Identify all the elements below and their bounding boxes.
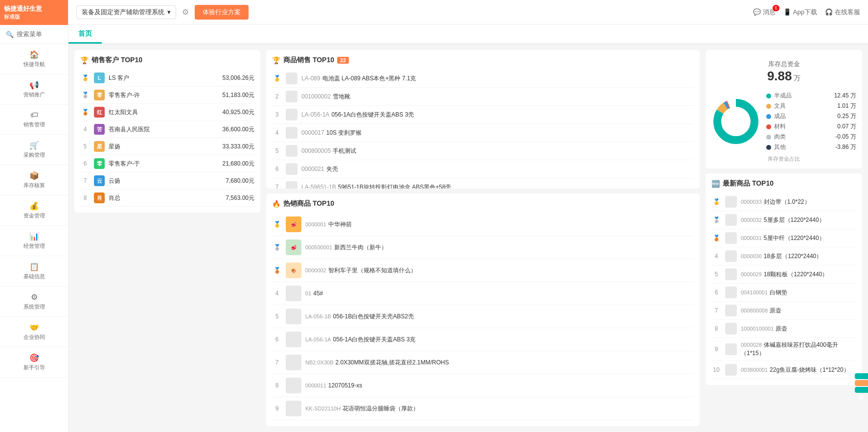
list-item: 7 000800008原壶 [711,302,856,320]
legend-label: 半成品 [774,92,831,100]
products-sold-title: 🏆 商品销售 TOP10 22 [272,56,694,65]
rank-num: 5 [80,143,90,150]
system-icon: ⚙ [31,292,38,302]
new-icon: 🆕 [711,180,720,188]
search-menu[interactable]: 🔍 搜索菜单 [0,25,68,44]
rank-medal: 🥈 [711,216,721,223]
inventory-chart-area: 半成品 12.45 万 文具 1.01 万 成品 0.25 万 [711,88,856,155]
list-item: 8 10000100001原壶 [711,320,856,338]
ops-icon: 📊 [29,232,39,241]
product-name: KK-SD22110H花语萌恒温分腿睡袋（厚款） [305,405,694,413]
customer-amount: 33,333.00元 [223,143,254,151]
inventory-title: 库存总资金 [768,60,800,68]
sidebar-item-basic[interactable]: 📋 基础信息 [0,256,68,287]
sidebar-item-marketing[interactable]: 📢 营销推广 [0,74,68,105]
rank-num: 10 [711,366,721,373]
customer-name: 云扬 [109,177,222,185]
customer-service-float: 客服热线 服务社区 直播 [855,373,868,393]
product-name: 0000002智利车子里（规格不知道填什么） [305,266,694,275]
product-name: 000001112070519-xs [305,382,694,389]
left-panel: 🏆 销售客户 TOP10 🥇 L LS 客户 53,006.26元 🥈 零 零售… [74,50,260,426]
sidebar-item-corp[interactable]: 🤝 企业协同 [0,317,68,347]
page-tabs: 首页 [69,24,868,44]
topbar: 装备及固定资产辅助管理系统 ▾ ⚙ 体验行业方案 💬 消息 6 📱 App下载 … [69,0,868,24]
system-selector[interactable]: 装备及固定资产辅助管理系统 ▾ [76,5,176,19]
legend-value: 1.01 万 [837,102,856,110]
sidebar-nav: 🏠 快捷导航 📢 营销推广 🏷 销售管理 🛒 采购管理 📦 库存核算 💰 资金管… [0,44,68,432]
cs-hotline-button[interactable]: 客服热线 [855,373,868,379]
nav-label-ops: 经营管理 [23,242,45,250]
avatar: 星 [94,141,105,152]
product-img: 🥩 [286,240,301,255]
cs-direct-button[interactable]: 直播 [855,387,868,393]
chevron-down-icon: ▾ [167,8,171,16]
topbar-right: 💬 消息 6 📱 App下载 🎧 在线客服 [753,8,860,17]
rank-num: 8 [80,194,90,201]
sidebar-item-operations[interactable]: 📊 经营管理 [0,226,68,256]
product-name: 0000021夹壳 [301,165,694,173]
customer-amount: 51,183.00元 [223,91,254,99]
legend-label: 肉类 [774,133,832,141]
online-service-button[interactable]: 🎧 在线客服 [825,8,860,17]
customer-amount: 40,925.00元 [223,108,254,117]
mobile-icon: 📱 [783,8,791,16]
inventory-unit: 万 [794,74,800,82]
product-name: 000001710S 变刹罗猴 [301,129,694,137]
product-info: 0000028体碱嘉枝味苏打饮品400毫升（1*15） [741,341,856,358]
customer-amount: 21,680.00元 [223,160,254,168]
nav-label-basic: 基础信息 [23,273,45,280]
list-item: 4 000001710S 变刹罗猴 [272,124,694,142]
legend-color [766,145,771,150]
sidebar-item-sales[interactable]: 🏷 销售管理 [0,105,68,135]
settings-icon[interactable]: ⚙ [182,7,189,17]
rank-medal: 🥇 [272,221,282,228]
nav-label-marketing: 营销推广 [23,91,45,98]
cs-community-button[interactable]: 服务社区 [855,380,868,386]
sidebar-item-guide[interactable]: 🎯 新手引导 [0,347,68,378]
sidebar-item-finance[interactable]: 💰 资金管理 [0,195,68,226]
customer-rank-list: 🥇 L LS 客户 53,006.26元 🥈 零 零售客户-许 51,183.0… [80,70,254,207]
sidebar-item-quick-nav[interactable]: 🏠 快捷导航 [0,44,68,74]
customer-name: 星扬 [109,143,219,151]
basic-icon: 📋 [29,262,39,271]
list-item: 5 000800005手机测试 [272,142,694,160]
customer-name: 苍南县人民医院 [109,125,219,134]
list-item: 5 000002918颗粒板（1220*2440） [711,265,856,284]
guide-icon: 🎯 [29,353,39,362]
legend-item: 材料 0.07 万 [766,122,856,131]
list-item: 6 0000021夹壳 [272,160,694,178]
product-img [725,343,737,355]
list-item: 🥈 00000325厘多层（1220*2440） [711,211,856,229]
hot-products-card: 🔥 热销商品 TOP10 🥇 🥩 0000001中华神箭 🥈 🥩 0005000… [266,193,700,426]
trial-button[interactable]: 体验行业方案 [195,5,249,20]
rank-medal: 🥉 [711,235,721,241]
sidebar-item-purchase[interactable]: 🛒 采购管理 [0,135,68,165]
message-button[interactable]: 💬 消息 6 [753,8,776,17]
legend-value: -3.86 万 [835,143,856,151]
brand-name: 畅捷通好生意 [4,5,42,13]
app-download-button[interactable]: 📱 App下载 [783,8,817,17]
customer-name: 红太阳文具 [109,108,219,117]
customer-name: 肖总 [109,194,222,202]
legend-value: 0.25 万 [837,112,856,120]
product-info: 000800008原壶 [741,307,856,315]
rank-num: 7 [272,359,282,366]
sidebar-item-inventory[interactable]: 📦 库存核算 [0,165,68,195]
finance-icon: 💰 [29,201,39,211]
product-info: 0000033封边带（1.0*22） [741,198,856,206]
tab-home[interactable]: 首页 [69,25,102,44]
list-item: 🥈 🥩 000500001新西兰牛肉（新牛） [272,236,694,259]
message-badge: 6 [773,5,779,11]
customer-name: LS 客户 [109,74,219,82]
list-item: 10 00380000122g鱼豆腐-烧烤味（1*12*20） [711,361,856,379]
inventory-total: 库存总资金 9.88 万 [711,56,856,88]
product-info: 004100001白钢垫 [741,288,856,297]
rank-medal-2: 🥈 [80,92,90,98]
rank-medal: 🥈 [272,244,282,251]
sidebar-item-system[interactable]: ⚙ 系统管理 [0,287,68,317]
avatar: 苦 [94,124,105,135]
rank-num: 4 [711,253,721,260]
online-service-label: 在线客服 [835,8,860,17]
content-area: 🏆 销售客户 TOP10 🥇 L LS 客户 53,006.26元 🥈 零 零售… [69,44,868,432]
rank-num: 4 [272,290,282,297]
